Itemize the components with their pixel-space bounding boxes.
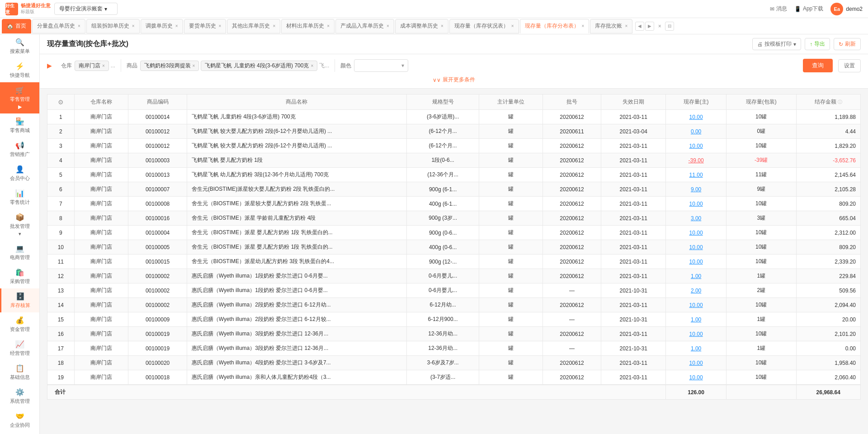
tab-close-icon[interactable]: × <box>625 24 627 28</box>
remove-product-tag-2-button[interactable]: × <box>311 63 313 68</box>
sidebar-item-purchase[interactable]: 🛍️ 采购管理 <box>0 264 39 288</box>
row-number: 6 <box>47 182 75 197</box>
sidebar-item-quick-nav[interactable]: ⚡ 快捷导航 <box>0 58 39 82</box>
expand-more-conditions-button[interactable]: ∨∨ 展开更多条件 <box>47 76 861 84</box>
sidebar-item-operation[interactable]: 📈 经营管理 <box>0 336 39 360</box>
qty-main-value[interactable]: 10.00 <box>689 331 703 337</box>
user-area[interactable]: Ea demo2 <box>830 3 863 15</box>
refresh-button[interactable]: ↻ 刷新 <box>834 38 861 50</box>
tab-requisition[interactable]: 要货单历史 × <box>184 19 226 33</box>
qty-main-value[interactable]: 10.00 <box>689 244 703 250</box>
cell-code: 00100002 <box>128 283 187 298</box>
qty-main-value[interactable]: 1.00 <box>691 345 701 352</box>
product-tag-2[interactable]: 飞鹤星飞帆 儿童奶粉 4段(3-6岁适用) 700克 × <box>201 61 317 71</box>
qty-main-value[interactable]: 10.00 <box>689 259 703 265</box>
sidebar-item-search[interactable]: 🔍 搜索菜单 <box>0 34 39 58</box>
cell-spec: 12-36月幼... <box>406 341 479 356</box>
cell-spec: 900g (3岁... <box>406 211 479 226</box>
query-button[interactable]: 查询 <box>803 59 833 72</box>
tab-batch-ledger[interactable]: 库存批次账 × <box>590 19 632 33</box>
qty-main-value[interactable]: 9.00 <box>691 186 701 193</box>
sidebar-item-basic[interactable]: 📋 基础信息 <box>0 360 39 384</box>
row-number: 3 <box>47 139 75 153</box>
qty-main-value[interactable]: 3.00 <box>691 215 701 222</box>
export-button[interactable]: ↑ 导出 <box>805 38 830 50</box>
ecom-icon: 💻 <box>15 244 24 253</box>
tab-menu-button[interactable]: ⊟ <box>665 22 674 31</box>
qty-main-value[interactable]: 1.00 <box>691 273 701 279</box>
tab-transfer[interactable]: 调拨单历史 × <box>141 19 183 33</box>
sidebar-item-wholesale[interactable]: 📦 批发管理 ▾ <box>0 209 39 241</box>
cell-amount: 2,105.28 <box>796 182 860 197</box>
sidebar-item-member[interactable]: 👤 会员中心 <box>0 161 39 185</box>
qty-main-value[interactable]: 2.00 <box>691 288 701 294</box>
table-body: 1南岸门店00100014飞鹤星飞帆 儿童奶粉 4段(3-6岁适用) 700克(… <box>47 110 861 385</box>
sidebar-item-inventory[interactable]: 🗄️ 库存核算 <box>0 288 39 312</box>
tab-cost-adjust[interactable]: 成本调整单历史 × <box>395 19 448 33</box>
tab-inventory-status[interactable]: 现存量（库存状况表） × <box>449 19 519 33</box>
cell-spec: 400g (0-6... <box>406 240 479 255</box>
tab-other-out[interactable]: 其他出库单历史 × <box>227 19 280 33</box>
tab-close-all-button[interactable]: × <box>655 22 664 31</box>
qty-main-value[interactable]: 10.00 <box>689 143 703 149</box>
tab-close-icon[interactable]: × <box>511 24 514 28</box>
tab-inventory-dist[interactable]: 现存量（库存分布表） × <box>520 19 590 33</box>
cell-qty-pkg: 10罐 <box>726 356 796 370</box>
color-input[interactable]: ▾ <box>354 59 408 72</box>
tab-close-icon[interactable]: × <box>273 24 275 28</box>
tab-close-icon[interactable]: × <box>175 24 178 28</box>
qty-main-value[interactable]: 10.00 <box>689 230 703 236</box>
tab-close-icon[interactable]: × <box>327 24 330 28</box>
qty-main-value[interactable]: 0.00 <box>691 128 701 135</box>
qty-main-value[interactable]: 10.00 <box>689 374 703 381</box>
expand-filter-button[interactable]: ▶ <box>47 62 52 69</box>
tab-product-in[interactable]: 产成品入库单历史 × <box>335 19 394 33</box>
sidebar-item-enterprise[interactable]: 🤝 企业协同 <box>0 408 39 432</box>
tab-next-button[interactable]: ▶ <box>645 22 654 31</box>
cell-expire: 2021-03-11 <box>601 182 666 197</box>
sidebar-item-retail-stats[interactable]: 📊 零售统计 <box>0 185 39 209</box>
qty-main-value[interactable]: 10.00 <box>689 360 703 366</box>
sidebar-item-retail[interactable]: 🛒 零售管理 ▶ <box>0 82 39 113</box>
qty-main-value[interactable]: 1.00 <box>691 316 701 323</box>
settings-button[interactable]: 设置 <box>838 59 861 72</box>
warehouse-tag[interactable]: 南岸门店 × <box>75 61 109 71</box>
cell-warehouse: 南岸门店 <box>74 197 128 211</box>
sidebar-item-finance[interactable]: 💰 资金管理 <box>0 312 39 336</box>
tab-navigation: ◀ ▶ × ⊟ <box>635 22 674 31</box>
tab-close-icon[interactable]: × <box>219 24 222 28</box>
sidebar-item-retail-shop[interactable]: 🏪 零售商城 <box>0 113 39 137</box>
cell-unit: 罐 <box>479 110 543 124</box>
qty-main-value[interactable]: 10.00 <box>689 114 703 120</box>
message-button[interactable]: ✉ 消息 <box>770 5 787 13</box>
tab-close-icon[interactable]: × <box>78 24 80 28</box>
qty-main-value[interactable]: 10.00 <box>689 302 703 308</box>
template-print-button[interactable]: 🖨 按模板打印 ▾ <box>752 38 801 50</box>
tab-split-inventory[interactable]: 分量盘点单历史 × <box>32 19 85 33</box>
tab-close-icon[interactable]: × <box>132 24 135 28</box>
qty-main-value[interactable]: 11.00 <box>689 172 703 178</box>
tab-home[interactable]: 🏠 首页 <box>2 19 31 33</box>
tab-close-icon[interactable]: × <box>441 24 443 28</box>
remove-product-tag-1-button[interactable]: × <box>193 63 195 68</box>
app-download-button[interactable]: 📱 App下载 <box>794 5 823 13</box>
tab-material-out[interactable]: 材料出库单历史 × <box>281 19 335 33</box>
product-tag-1[interactable]: 飞鹤奶粉3段两提装 × <box>140 61 199 71</box>
sidebar-item-marketing[interactable]: 📢 营销推广 <box>0 137 39 161</box>
tab-close-icon[interactable]: × <box>387 24 389 28</box>
sidebar-item-system[interactable]: ⚙️ 系统管理 <box>0 384 39 408</box>
tab-prev-button[interactable]: ◀ <box>635 22 644 31</box>
qty-main-value[interactable]: -39.00 <box>689 157 704 164</box>
tab-close-icon[interactable]: × <box>582 24 585 28</box>
amount-info-icon[interactable]: ⓘ <box>838 99 842 105</box>
cell-qty-pkg: 10罐 <box>726 298 796 312</box>
col-settings[interactable]: ⚙ <box>47 94 75 110</box>
column-settings-icon[interactable]: ⚙ <box>58 99 64 106</box>
sidebar-item-guide[interactable]: 🎯 新手引导 <box>0 432 39 434</box>
sidebar-item-ecom[interactable]: 💻 电商管理 <box>0 241 39 264</box>
qty-main-value[interactable]: 10.00 <box>689 201 703 207</box>
remove-warehouse-tag-button[interactable]: × <box>102 63 105 68</box>
table-row: 7南岸门店00100008舍生元（BIOSTIME）派星较大婴儿配方奶粉 2段 … <box>47 197 861 211</box>
industry-select[interactable]: 母婴行业演示账套 ▾ <box>54 3 118 15</box>
tab-disassemble[interactable]: 组装拆卸单历史 × <box>86 19 140 33</box>
